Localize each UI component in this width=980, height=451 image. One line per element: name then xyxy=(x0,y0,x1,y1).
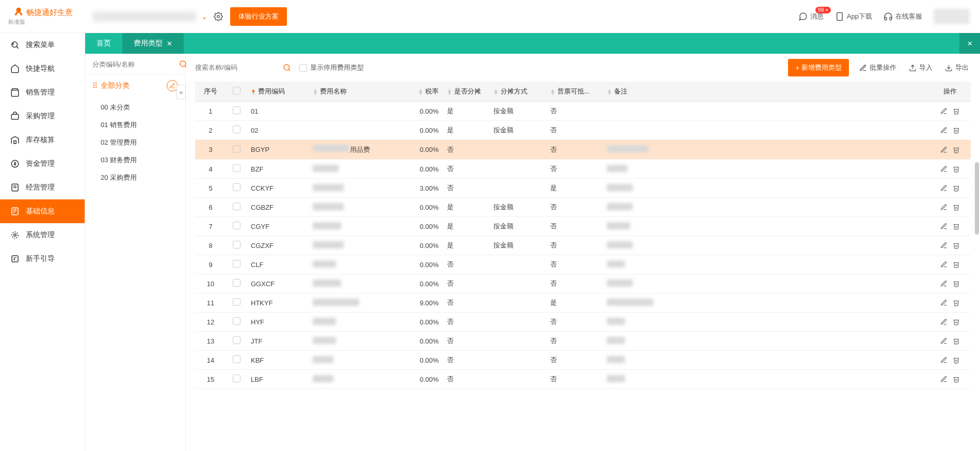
th-deduct[interactable]: ▲▼普票可抵... xyxy=(546,82,603,102)
category-item[interactable]: 02 管理费用 xyxy=(85,134,185,151)
th-name[interactable]: ▲▼费用名称 xyxy=(309,82,401,102)
row-edit-button[interactable] xyxy=(940,107,947,115)
settings-button[interactable] xyxy=(214,12,223,21)
row-delete-button[interactable] xyxy=(953,280,960,287)
row-edit-button[interactable] xyxy=(940,299,947,306)
table-row[interactable]: 5CCKYF3.00%否是 xyxy=(195,179,971,198)
category-all[interactable]: ⠿ 全部分类 xyxy=(85,75,185,97)
cell-checkbox[interactable] xyxy=(226,255,247,274)
table-row[interactable]: 9CLF0.00%否否 xyxy=(195,255,971,274)
tab-0[interactable]: 首页 xyxy=(85,33,122,54)
cell-checkbox[interactable] xyxy=(226,198,247,217)
table-row[interactable]: 1010.00%是按金额否 xyxy=(195,102,971,121)
search-icon[interactable] xyxy=(283,64,291,72)
cell-checkbox[interactable] xyxy=(226,236,247,255)
table-row[interactable]: 10GGXCF0.00%否否 xyxy=(195,274,971,293)
th-checkbox[interactable] xyxy=(226,82,247,102)
th-method[interactable]: ▲▼分摊方式 xyxy=(489,82,546,102)
row-delete-button[interactable] xyxy=(953,299,960,306)
cell-checkbox[interactable] xyxy=(226,121,247,140)
category-search-input[interactable] xyxy=(92,60,179,68)
table-row[interactable]: 11HTKYF9.00%否是 xyxy=(195,293,971,313)
table-row[interactable]: 6CGBZF0.00%是按金额否 xyxy=(195,198,971,217)
tab-1[interactable]: 费用类型✕ xyxy=(122,33,184,54)
table-row[interactable]: 7CGYF0.00%是按金额否 xyxy=(195,217,971,236)
row-edit-button[interactable] xyxy=(940,337,947,345)
table-row[interactable]: 8CGZXF0.00%是按金额否 xyxy=(195,236,971,255)
row-delete-button[interactable] xyxy=(953,107,960,115)
batch-operation-button[interactable]: 批量操作 xyxy=(857,60,898,75)
row-edit-button[interactable] xyxy=(940,376,947,383)
row-delete-button[interactable] xyxy=(953,184,960,192)
row-delete-button[interactable] xyxy=(953,204,960,211)
tab-close-icon[interactable]: ✕ xyxy=(167,40,172,48)
sidebar-item-guide[interactable]: 新手引导 xyxy=(0,247,85,271)
export-button[interactable]: 导出 xyxy=(943,60,971,75)
sidebar-item-gear[interactable]: 系统管理 xyxy=(0,223,85,247)
row-edit-button[interactable] xyxy=(940,223,947,230)
cell-checkbox[interactable] xyxy=(226,293,247,313)
cell-checkbox[interactable] xyxy=(226,370,247,389)
cell-checkbox[interactable] xyxy=(226,179,247,198)
tabs-close-all[interactable]: ✕ xyxy=(959,33,980,54)
row-delete-button[interactable] xyxy=(953,127,960,134)
row-delete-button[interactable] xyxy=(953,337,960,345)
table-row[interactable]: 4BZF0.00%否否 xyxy=(195,160,971,179)
sidebar-item-money[interactable]: 资金管理 xyxy=(0,152,85,176)
table-row[interactable]: 15LBF0.00%否否 xyxy=(195,370,971,389)
cell-checkbox[interactable] xyxy=(226,217,247,236)
sidebar-item-search[interactable]: 搜索菜单 xyxy=(0,33,85,57)
sidebar-item-cart[interactable]: 销售管理 xyxy=(0,81,85,104)
row-delete-button[interactable] xyxy=(953,223,960,230)
category-item[interactable]: 00 未分类 xyxy=(85,99,185,116)
row-edit-button[interactable] xyxy=(940,146,947,153)
cell-checkbox[interactable] xyxy=(226,313,247,332)
cell-checkbox[interactable] xyxy=(226,274,247,293)
th-remark[interactable]: ▲▼备注 xyxy=(603,82,929,102)
row-delete-button[interactable] xyxy=(953,356,960,364)
table-search-input[interactable] xyxy=(195,64,283,71)
collapse-panel-button[interactable]: « xyxy=(176,85,186,99)
online-service-link[interactable]: 在线客服 xyxy=(883,12,922,21)
sidebar-item-warehouse[interactable]: 库存核算 xyxy=(0,128,85,152)
row-edit-button[interactable] xyxy=(940,261,947,268)
add-expense-type-button[interactable]: + 新增费用类型 xyxy=(788,59,849,76)
table-row[interactable]: 14KBF0.00%否否 xyxy=(195,351,971,370)
row-edit-button[interactable] xyxy=(940,356,947,364)
table-wrapper[interactable]: 序号 ▲▼费用编码 ▲▼费用名称 ▲▼税率 ▲▼是否分摊 ▲▼分摊方式 ▲▼普票… xyxy=(186,82,980,451)
experience-button[interactable]: 体验行业方案 xyxy=(230,7,287,26)
row-edit-button[interactable] xyxy=(940,204,947,211)
cell-checkbox[interactable] xyxy=(226,140,247,160)
row-edit-button[interactable] xyxy=(940,127,947,134)
row-delete-button[interactable] xyxy=(953,376,960,383)
scrollbar-thumb[interactable] xyxy=(975,162,979,235)
th-code[interactable]: ▲▼费用编码 xyxy=(247,82,309,102)
row-delete-button[interactable] xyxy=(953,146,960,153)
sidebar-item-report[interactable]: 经营管理 xyxy=(0,176,85,199)
category-item[interactable]: 01 销售费用 xyxy=(85,116,185,134)
row-edit-button[interactable] xyxy=(940,318,947,325)
row-delete-button[interactable] xyxy=(953,318,960,325)
cell-checkbox[interactable] xyxy=(226,332,247,351)
row-edit-button[interactable] xyxy=(940,280,947,287)
row-delete-button[interactable] xyxy=(953,242,960,249)
user-avatar[interactable] xyxy=(934,9,970,24)
show-disabled-checkbox[interactable]: 显示停用费用类型 xyxy=(299,63,364,72)
row-edit-button[interactable] xyxy=(940,184,947,192)
messages-link[interactable]: 消息 99 + xyxy=(798,12,824,21)
th-index[interactable]: 序号 xyxy=(195,82,226,102)
category-item[interactable]: 03 财务费用 xyxy=(85,151,185,169)
sidebar-item-bag[interactable]: 采购管理 xyxy=(0,104,85,128)
sidebar-item-db[interactable]: 基础信息 xyxy=(0,199,85,223)
cell-checkbox[interactable] xyxy=(226,160,247,179)
org-selector[interactable]: ⌄ xyxy=(93,11,207,22)
cell-checkbox[interactable] xyxy=(226,351,247,370)
row-edit-button[interactable] xyxy=(940,242,947,249)
import-button[interactable]: 导入 xyxy=(907,60,935,75)
th-rate[interactable]: ▲▼税率 xyxy=(401,82,443,102)
table-row[interactable]: 12HYF0.00%否否 xyxy=(195,313,971,332)
row-delete-button[interactable] xyxy=(953,165,960,173)
table-row[interactable]: 13JTF0.00%否否 xyxy=(195,332,971,351)
row-edit-button[interactable] xyxy=(940,165,947,173)
app-download-link[interactable]: App下载 xyxy=(835,12,872,21)
